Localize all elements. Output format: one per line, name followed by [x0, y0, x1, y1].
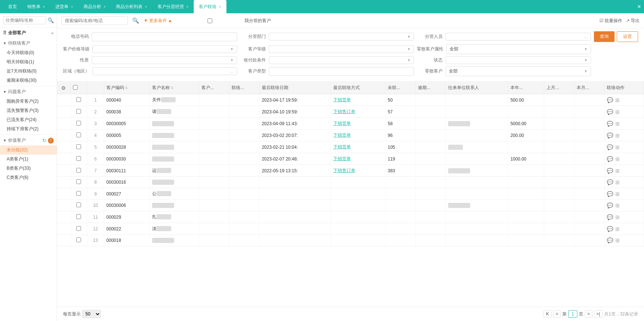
- nav-customer-segment[interactable]: 客户分层经营 ×: [152, 0, 194, 13]
- th-gear[interactable]: ⚙: [57, 82, 70, 94]
- row-checkbox[interactable]: [76, 121, 81, 126]
- sidebar-item-class-b[interactable]: B类客户(33): [0, 164, 57, 173]
- td-checkbox[interactable]: [70, 106, 87, 118]
- td-checkbox[interactable]: [70, 235, 87, 246]
- select-all-checkbox[interactable]: [73, 85, 78, 90]
- td-checkbox[interactable]: [70, 223, 87, 235]
- close-customer-contact-icon[interactable]: ×: [219, 4, 221, 9]
- th-uncontacted[interactable]: 未联...: [385, 82, 415, 94]
- sidebar-item-declining[interactable]: 持续下滑客户(2): [0, 124, 57, 134]
- grid-action-icon[interactable]: ⊞: [615, 202, 620, 208]
- sidebar-search-input[interactable]: [3, 16, 46, 24]
- row-checkbox[interactable]: [76, 237, 81, 242]
- chat-icon[interactable]: 💬: [607, 168, 613, 174]
- nav-customer-contact[interactable]: 客户联络 ×: [194, 0, 226, 13]
- nav-home[interactable]: 首页: [3, 0, 22, 13]
- th-this-month[interactable]: 本月...: [574, 82, 605, 94]
- sidebar-item-today[interactable]: 今天待联络(0): [0, 48, 57, 57]
- contact-type-link[interactable]: 下销货单: [333, 133, 351, 138]
- chat-icon[interactable]: 💬: [607, 97, 613, 103]
- th-unit-contact[interactable]: 往来单位联系人: [446, 82, 508, 94]
- last-page-button[interactable]: >|: [594, 310, 603, 318]
- sidebar-item-churn-warning[interactable]: 流失预警客户(3): [0, 106, 57, 115]
- chat-icon[interactable]: 💬: [607, 237, 613, 243]
- contact-type-link[interactable]: 下销货单: [333, 97, 351, 102]
- sidebar-item-churned[interactable]: 已流失客户(24): [0, 115, 57, 124]
- chat-icon[interactable]: 💬: [607, 121, 613, 127]
- my-customers-filter[interactable]: 我分管的客户: [177, 18, 271, 24]
- row-checkbox[interactable]: [76, 214, 81, 219]
- grid-action-icon[interactable]: ⊞: [615, 156, 620, 162]
- td-checkbox[interactable]: [70, 153, 87, 165]
- filter-select-payment[interactable]: ▼: [269, 56, 414, 64]
- row-checkbox[interactable]: [76, 133, 81, 137]
- th-this-year[interactable]: 本年...: [508, 82, 544, 94]
- filter-select-manager[interactable]: …: [446, 33, 591, 40]
- chat-icon[interactable]: 💬: [607, 144, 613, 150]
- td-checkbox[interactable]: [70, 165, 87, 177]
- chat-icon[interactable]: 💬: [607, 202, 613, 208]
- contact-type-link[interactable]: 下销货单: [333, 121, 351, 126]
- sidebar-item-class-a[interactable]: A类客户(1): [0, 155, 57, 164]
- grid-action-icon[interactable]: ⊞: [615, 97, 620, 103]
- th-checkbox[interactable]: [70, 82, 87, 94]
- my-customers-checkbox[interactable]: [177, 18, 243, 23]
- td-checkbox[interactable]: [70, 94, 87, 106]
- nav-product-analysis[interactable]: 商品分析 ×: [78, 0, 111, 13]
- sidebar-item-hoarding[interactable]: 囤购异常客户(2): [0, 97, 57, 106]
- close-purchase-icon[interactable]: ×: [71, 4, 73, 9]
- contact-type-link[interactable]: 下销货单: [333, 144, 351, 149]
- chat-icon[interactable]: 💬: [607, 109, 613, 115]
- sidebar-item-unclassified[interactable]: 未分组(32): [0, 145, 57, 155]
- pending-contact-section[interactable]: ▼ 待联络客户: [0, 38, 57, 48]
- grid-action-icon[interactable]: ⊞: [615, 121, 620, 127]
- filter-select-region[interactable]: …: [92, 67, 237, 75]
- close-customer-segment-icon[interactable]: ×: [186, 4, 189, 9]
- refresh-icon[interactable]: ↻: [42, 138, 46, 143]
- grid-action-icon[interactable]: ⊞: [615, 226, 620, 232]
- all-customers-header[interactable]: ⠿ 全部客户 «: [0, 28, 57, 38]
- th-code[interactable]: 客户编码 ⇅: [104, 82, 149, 94]
- grid-action-icon[interactable]: ⊞: [615, 144, 620, 150]
- filter-select-status[interactable]: ▼: [446, 56, 591, 64]
- nav-purchase[interactable]: 进货单 ×: [50, 0, 78, 13]
- chat-icon[interactable]: 💬: [607, 156, 613, 162]
- close-sales-icon[interactable]: ×: [43, 4, 45, 9]
- sidebar-item-class-c[interactable]: C类客户(6): [0, 173, 57, 182]
- row-checkbox[interactable]: [76, 168, 81, 173]
- contact-type-link[interactable]: 下销货单: [333, 156, 351, 161]
- td-checkbox[interactable]: [70, 200, 87, 211]
- batch-operation-button[interactable]: ☑ 批量操作: [599, 18, 622, 24]
- grid-action-icon[interactable]: ⊞: [615, 214, 620, 220]
- row-checkbox[interactable]: [76, 109, 81, 114]
- td-checkbox[interactable]: [70, 188, 87, 200]
- grid-action-icon[interactable]: ⊞: [615, 191, 620, 197]
- chat-icon[interactable]: 💬: [607, 179, 613, 185]
- chat-icon[interactable]: 💬: [607, 214, 613, 220]
- close-product-analysis-list-icon[interactable]: ×: [145, 4, 147, 9]
- close-product-analysis-icon[interactable]: ×: [103, 4, 106, 9]
- th-name[interactable]: 客户名称 ⇅: [149, 82, 199, 94]
- filter-input-customer-type[interactable]: [269, 67, 414, 76]
- value-customer-section[interactable]: ▼ 价值客户 ↻ !: [0, 135, 57, 145]
- th-last-contact-date[interactable]: 最后联络日期: [259, 82, 331, 94]
- row-checkbox[interactable]: [76, 97, 81, 102]
- filter-search-icon[interactable]: 🔍: [132, 17, 139, 24]
- row-checkbox[interactable]: [76, 156, 81, 161]
- th-last-contact-type[interactable]: 最后联络方式: [331, 82, 385, 94]
- collapse-sidebar-icon[interactable]: «: [51, 30, 54, 36]
- sidebar-item-overdue[interactable]: 逾期未联络(30): [0, 76, 57, 85]
- row-checkbox[interactable]: [76, 191, 81, 196]
- reset-button[interactable]: 设置: [617, 31, 638, 42]
- td-checkbox[interactable]: [70, 130, 87, 141]
- contact-type-link[interactable]: 下销售订单: [333, 168, 355, 173]
- filter-select-customer-level[interactable]: ▼: [269, 45, 414, 53]
- td-checkbox[interactable]: [70, 211, 87, 223]
- filter-select-price-level[interactable]: ▼: [92, 45, 237, 53]
- row-checkbox[interactable]: [76, 144, 81, 149]
- prev-page-button[interactable]: <: [553, 310, 561, 318]
- sidebar-item-tomorrow[interactable]: 明天待联络(1): [0, 57, 57, 67]
- filter-input-phone[interactable]: [92, 32, 237, 41]
- grid-action-icon[interactable]: ⊞: [615, 133, 620, 138]
- row-checkbox[interactable]: [76, 202, 81, 207]
